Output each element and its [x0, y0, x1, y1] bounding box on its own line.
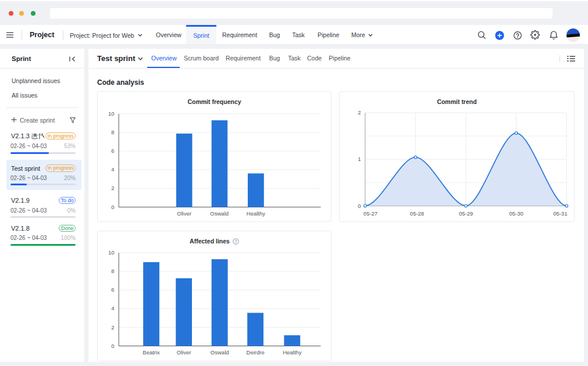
svg-text:Oliver: Oliver: [177, 210, 191, 217]
svg-text:Oswald: Oswald: [211, 349, 229, 356]
svg-text:0: 0: [111, 204, 114, 210]
svg-text:4: 4: [111, 166, 114, 173]
svg-text:05-30: 05-30: [509, 210, 523, 217]
svg-text:4: 4: [111, 305, 114, 311]
svg-text:Deirdre: Deirdre: [247, 349, 265, 356]
svg-text:0: 0: [358, 203, 361, 209]
svg-text:0: 0: [111, 343, 114, 349]
svg-text:8: 8: [111, 129, 114, 135]
svg-text:2: 2: [111, 185, 114, 191]
svg-text:05-27: 05-27: [364, 210, 377, 217]
svg-text:Healthy: Healthy: [247, 210, 265, 217]
svg-text:2: 2: [358, 109, 361, 116]
svg-text:Beatrix: Beatrix: [142, 349, 160, 356]
svg-text:10: 10: [108, 249, 115, 256]
svg-text:Healthy: Healthy: [283, 349, 301, 356]
svg-text:1: 1: [358, 156, 361, 162]
svg-text:05-28: 05-28: [410, 210, 424, 217]
svg-text:Oswald: Oswald: [210, 210, 229, 217]
svg-text:05-29: 05-29: [459, 210, 473, 217]
svg-text:2: 2: [111, 324, 114, 331]
svg-text:6: 6: [111, 286, 114, 293]
svg-text:6: 6: [111, 148, 114, 154]
svg-text:05-31: 05-31: [553, 210, 567, 217]
svg-text:8: 8: [111, 268, 114, 274]
svg-text:10: 10: [108, 110, 115, 117]
svg-text:Oliver: Oliver: [177, 349, 191, 356]
